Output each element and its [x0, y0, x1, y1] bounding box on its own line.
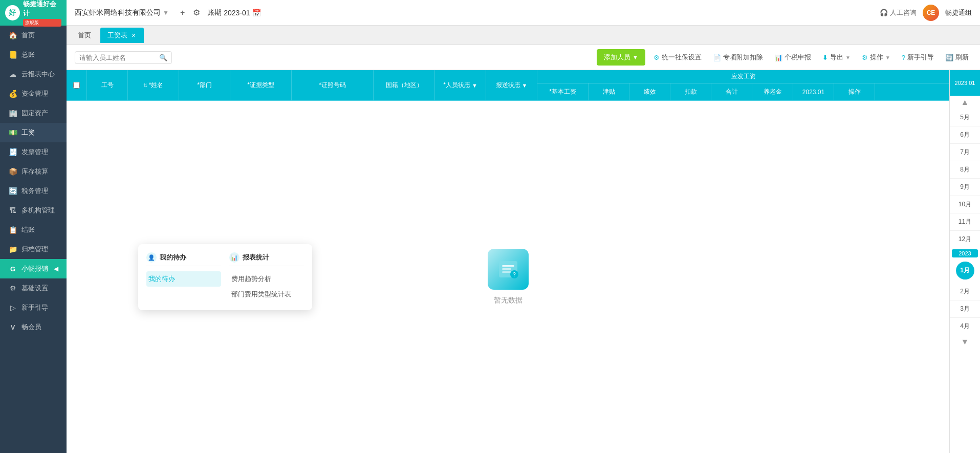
sidebar-item-payroll[interactable]: 💵 工资: [0, 123, 67, 142]
month-item-6[interactable]: 6月: [950, 126, 980, 144]
sidebar-item-archive[interactable]: 📁 归档管理: [0, 240, 67, 259]
month-item-7[interactable]: 7月: [950, 144, 980, 161]
month-nav-down[interactable]: ▼: [950, 335, 980, 349]
sidebar-item-new-guide[interactable]: ▷ 新手引导: [0, 298, 67, 317]
refresh-icon: 🔄: [945, 54, 953, 61]
table-header-row1: 工号 ⇅ *姓名 *部门 *证据类型 *证照号码 国籍（地区）: [67, 70, 949, 101]
month-item-9[interactable]: 9月: [950, 179, 980, 196]
month-item-10[interactable]: 10月: [950, 196, 980, 213]
th-operations: 操作: [834, 83, 875, 100]
company-name-text: 西安虾米网络科技有限公司: [75, 8, 161, 17]
sidebar-label-checkout: 结账: [21, 225, 35, 234]
dept-expense-label: 部门费用类型统计表: [231, 290, 291, 298]
special-deduction-action[interactable]: 📄 专项附加扣除: [710, 53, 766, 62]
invoice-icon: 🧾: [8, 148, 17, 156]
report-title-icon: 📊: [229, 252, 239, 263]
export-action[interactable]: ⬇ 导出 ▼: [819, 53, 854, 62]
sidebar-item-basic-settings[interactable]: ⚙ 基础设置: [0, 278, 67, 298]
th-basic-salary[interactable]: *基本工资: [537, 83, 589, 100]
refresh-label: 刷新: [955, 53, 969, 62]
sidebar-label-inventory: 库存核算: [21, 167, 48, 176]
th-total[interactable]: 合计: [711, 83, 752, 100]
th-country[interactable]: 国籍（地区）: [374, 70, 435, 100]
th-pension[interactable]: 养老金: [752, 83, 793, 100]
th-id-type[interactable]: *证据类型: [230, 70, 292, 100]
sidebar-item-ledger[interactable]: 📒 总账: [0, 45, 67, 64]
sidebar-item-xiaochang[interactable]: G 小畅报销 ◀: [0, 259, 67, 278]
new-guide-action[interactable]: ? 新手引导: [899, 53, 937, 62]
th-id-num[interactable]: *证照号码: [292, 70, 374, 100]
sidebar-item-vip[interactable]: V 畅会员: [0, 317, 67, 337]
th-bonus[interactable]: 津贴: [589, 83, 629, 100]
customer-service[interactable]: 🎧 人工咨询: [880, 8, 917, 17]
floating-menu-item-my-todo[interactable]: 我的待办: [146, 271, 221, 287]
my-todo-label: 我的待办: [148, 275, 175, 283]
active-month-wrapper: 1月: [950, 261, 980, 281]
sidebar-item-invoice[interactable]: 🧾 发票管理: [0, 142, 67, 162]
th-number[interactable]: 工号: [87, 70, 128, 100]
search-input[interactable]: [79, 54, 156, 61]
refresh-action[interactable]: 🔄 刷新: [942, 53, 972, 62]
company-selector[interactable]: 西安虾米网络科技有限公司 ▼: [75, 8, 169, 17]
th-deduction[interactable]: 绩效: [629, 83, 670, 100]
sidebar-item-home[interactable]: 🏠 首页: [0, 26, 67, 45]
tax-report-action[interactable]: 📊 个税申报: [771, 53, 814, 62]
sidebar-label-multi-org: 多机构管理: [21, 206, 55, 215]
month-item-4[interactable]: 4月: [950, 318, 980, 335]
add-person-arrow-icon: ▼: [633, 54, 638, 60]
right-panel: 2023.01 ▲ 5月 6月 7月 8月 9月 10月 11月 12月 202…: [949, 70, 980, 453]
th-person-status[interactable]: *人员状态 ▼: [435, 70, 486, 100]
no-data-text: 暂无数据: [494, 296, 522, 305]
th-deduct[interactable]: 扣款: [670, 83, 711, 100]
settings-button[interactable]: ⚙: [191, 6, 202, 19]
sidebar-item-report-center[interactable]: ☁ 云报表中心: [0, 64, 67, 84]
tax-report-icon: 📊: [774, 54, 782, 61]
th-salary-group-wrapper: 应发工资 *基本工资 津贴 绩效 扣款: [537, 70, 949, 100]
new-guide-label: 新手引导: [907, 53, 934, 62]
month-item-3[interactable]: 3月: [950, 300, 980, 318]
top-bar: 西安虾米网络科技有限公司 ▼ + ⚙ 账期 2023-01 📅 🎧 人工咨询 C…: [67, 0, 980, 26]
tab-close-button[interactable]: ×: [130, 32, 137, 39]
th-ops-col: 2023.01: [793, 83, 834, 100]
customer-service-text: 人工咨询: [890, 8, 917, 17]
headset-icon: 🎧: [880, 9, 888, 16]
add-company-button[interactable]: +: [178, 6, 187, 19]
th-dept[interactable]: *部门: [179, 70, 230, 100]
operation-action[interactable]: ⚙ 操作 ▼: [859, 53, 894, 62]
add-person-button[interactable]: 添加人员 ▼: [597, 49, 645, 66]
toolbar: 🔍 添加人员 ▼ ⚙ 统一社保设置 📄 专项附加扣除 📊 个税申报 ⬇ 导出 ▼…: [67, 45, 980, 70]
month-item-5[interactable]: 5月: [950, 109, 980, 126]
th-name[interactable]: ⇅ *姓名: [128, 70, 179, 100]
tab-home[interactable]: 首页: [71, 28, 98, 43]
sidebar-item-tax[interactable]: 🔄 税务管理: [0, 181, 67, 201]
month-nav-up[interactable]: ▲: [950, 96, 980, 109]
accounting-period[interactable]: 账期 2023-01 📅: [207, 8, 260, 17]
sidebar-label-new-guide: 新手引导: [21, 303, 48, 312]
sidebar-item-checkout[interactable]: 📋 结账: [0, 220, 67, 240]
month-item-8[interactable]: 8月: [950, 161, 980, 179]
sidebar-item-fixed-assets[interactable]: 🏢 固定资产: [0, 103, 67, 123]
month-item-2[interactable]: 2月: [950, 283, 980, 300]
month-item-12[interactable]: 12月: [950, 231, 980, 248]
sidebar-item-fund[interactable]: 💰 资金管理: [0, 84, 67, 103]
report-status-filter-icon: ▼: [522, 82, 528, 89]
tab-payroll-table[interactable]: 工资表 ×: [100, 28, 144, 43]
fund-icon: 💰: [8, 90, 17, 98]
sidebar-item-multi-org[interactable]: 🏗 多机构管理: [0, 201, 67, 220]
floating-menu-item-dept-expense[interactable]: 部门费用类型统计表: [229, 287, 304, 302]
fixed-assets-icon: 🏢: [8, 109, 17, 117]
select-all-checkbox[interactable]: [73, 82, 80, 89]
period-label: 账期: [207, 8, 222, 17]
sidebar-item-inventory[interactable]: 📦 库存核算: [0, 162, 67, 181]
operation-label: 操作: [870, 53, 883, 62]
th-report-status[interactable]: 报送状态 ▼: [486, 70, 537, 100]
svg-text:?: ?: [513, 272, 516, 277]
th-checkbox[interactable]: [67, 70, 87, 100]
sidebar-label-fund: 资金管理: [21, 89, 48, 98]
month-item-11[interactable]: 11月: [950, 213, 980, 231]
social-security-action[interactable]: ⚙ 统一社保设置: [650, 53, 705, 62]
floating-menu-item-expense-trend[interactable]: 费用趋势分析: [229, 271, 304, 287]
cloud-icon: ☁: [8, 70, 17, 78]
ledger-icon: 📒: [8, 51, 17, 59]
month-item-1-active[interactable]: 1月: [956, 262, 974, 280]
